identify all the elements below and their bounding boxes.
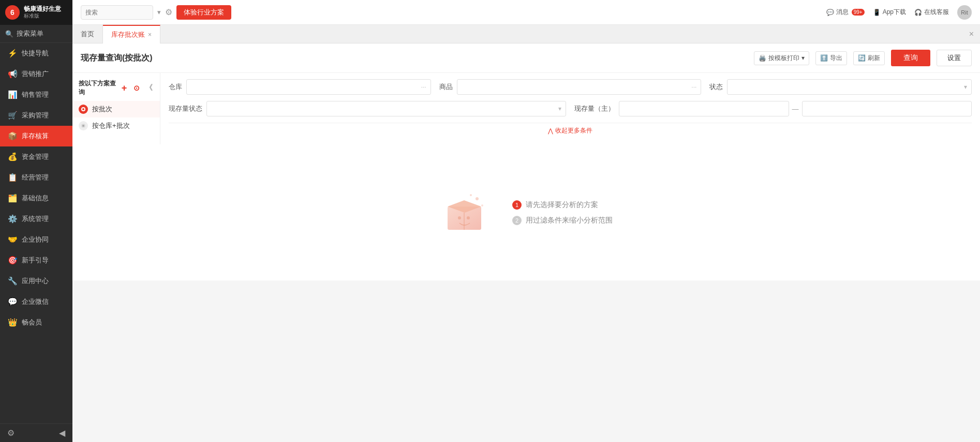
export-btn[interactable]: ⬆️ 导出 (815, 51, 847, 65)
empty-tips: 1 请先选择要分析的方案 2 用过滤条件来缩小分析范围 (512, 200, 613, 225)
empty-state: 1 请先选择要分析的方案 2 用过滤条件来缩小分析范围 (72, 144, 980, 281)
filter-field-stock-qty: 现存量（主） — (574, 101, 972, 116)
filter-row-2: 现存量状态 ▾ 现存量（主） — (169, 101, 972, 116)
tab-inventory-batch[interactable]: 库存批次账 × (103, 25, 160, 43)
app-download-icon: 📱 (873, 9, 881, 16)
topbar-right: 💬 消息 99+ 📱 App下载 🎧 在线客服 Rit (826, 5, 972, 20)
nav-label-operations: 经营管理 (22, 173, 49, 182)
stock-status-select[interactable]: ▾ (206, 101, 566, 116)
search-label: 搜索菜单 (17, 29, 43, 38)
close-all-tabs-btn[interactable]: × (963, 30, 980, 39)
svg-point-7 (476, 197, 479, 200)
nav-label-marketing: 营销推广 (22, 69, 49, 79)
nav-icon-enterprise: 🤝 (7, 234, 18, 245)
filter-add-icon[interactable]: + (120, 83, 129, 93)
sidebar-item-finance[interactable]: 💰资金管理 (0, 146, 72, 167)
online-service-label: 在线客服 (924, 8, 949, 17)
filter-row-1: 仓库 ··· 商品 ··· (169, 79, 972, 95)
sidebar-item-quick-nav[interactable]: ⚡快捷导航 (0, 43, 72, 64)
scheme-warehouse-batch[interactable]: 按仓库+批次 (72, 117, 160, 134)
page-panel: 现存量查询(按批次) 🖨️ 按模板打印 ▾ ⬆️ 导出 🔄 刷新 (72, 43, 980, 281)
sidebar-search[interactable]: 🔍 搜索菜单 (0, 25, 72, 43)
stock-qty-range: — (619, 101, 972, 116)
nav-label-sales: 销售管理 (22, 90, 49, 99)
settings-icon[interactable]: ⚙ (7, 428, 14, 438)
product-input[interactable]: ··· (457, 79, 702, 95)
sidebar-item-marketing[interactable]: 📢营销推广 (0, 64, 72, 84)
nav-label-app-center: 应用中心 (22, 276, 49, 286)
sidebar-item-basic[interactable]: 🗂️基础信息 (0, 188, 72, 209)
app-download-btn[interactable]: 📱 App下载 (873, 8, 906, 17)
user-avatar: Rit (957, 5, 972, 20)
query-btn[interactable]: 查询 (891, 50, 930, 66)
nav-icon-finance: 💰 (7, 152, 18, 162)
sidebar-item-app-center[interactable]: 🔧应用中心 (0, 271, 72, 291)
nav-icon-system: ⚙️ (7, 214, 18, 224)
settings-btn[interactable]: 设置 (937, 50, 972, 66)
nav-icon-sales: 📊 (7, 90, 18, 100)
warehouse-input[interactable]: ··· (186, 79, 431, 95)
tip1-text: 请先选择要分析的方案 (526, 200, 598, 210)
sidebar-item-sales[interactable]: 📊销售管理 (0, 84, 72, 105)
refresh-btn[interactable]: 🔄 刷新 (853, 51, 885, 65)
nav-icon-wechat: 💬 (7, 297, 18, 307)
sidebar-item-operations[interactable]: 📋经营管理 (0, 167, 72, 188)
collapse-up-icon: ⋀ (548, 127, 553, 135)
nav-label-wechat: 企业微信 (22, 297, 49, 306)
nav-label-inventory: 库存核算 (22, 131, 49, 141)
status-label: 状态 (709, 82, 723, 92)
svg-point-8 (481, 204, 483, 207)
status-select[interactable]: ▾ (727, 79, 972, 95)
nav-icon-operations: 📋 (7, 172, 18, 183)
sidebar-item-wechat[interactable]: 💬企业微信 (0, 291, 72, 312)
nav-icon-vip: 👑 (7, 317, 18, 328)
app-subtitle: 标准版 (24, 12, 61, 20)
scheme-warehouse-batch-label: 按仓库+批次 (92, 121, 130, 130)
svg-point-10 (458, 216, 461, 219)
stock-qty-min[interactable] (619, 101, 789, 116)
headset-icon: 🎧 (914, 9, 922, 16)
stock-qty-max[interactable] (802, 101, 972, 116)
messages-badge: 99+ (852, 9, 865, 16)
nav-label-finance: 资金管理 (22, 152, 49, 161)
filter-field-warehouse: 仓库 ··· (169, 79, 431, 95)
topbar-dropdown-icon[interactable]: ▾ (157, 8, 161, 16)
sidebar-item-newbie[interactable]: 🎯新手引导 (0, 250, 72, 271)
print-btn[interactable]: 🖨️ 按模板打印 ▾ (754, 51, 809, 65)
filter-sidebar-title: 按以下方案查询 (79, 79, 120, 97)
messages-btn[interactable]: 💬 消息 99+ (826, 8, 865, 17)
scheme-warehouse-batch-icon (79, 121, 88, 130)
collapse-more-btn[interactable]: ⋀ 收起更多条件 (169, 123, 972, 138)
tab-inventory-batch-close[interactable]: × (148, 31, 152, 38)
filter-field-status: 状态 ▾ (709, 79, 972, 95)
svg-point-3 (82, 125, 84, 127)
scheme-batch[interactable]: 按批次 (72, 101, 160, 117)
filter-target-icon[interactable]: ⊙ (132, 83, 141, 93)
user-avatar-btn[interactable]: Rit (957, 5, 972, 20)
sidebar-item-inventory[interactable]: 📦库存核算 (0, 126, 72, 146)
tab-home[interactable]: 首页 (72, 25, 103, 43)
filter-collapse-sidebar-icon[interactable]: 《 (144, 83, 154, 93)
online-service-btn[interactable]: 🎧 在线客服 (914, 8, 949, 17)
print-dropdown-icon[interactable]: ▾ (801, 54, 805, 62)
settings-gear-icon[interactable]: ⚙ (165, 7, 172, 17)
sidebar-header: 6 畅康通好生意 标准版 (0, 0, 72, 25)
sidebar-item-system[interactable]: ⚙️系统管理 (0, 209, 72, 229)
nav-icon-basic: 🗂️ (7, 193, 18, 203)
sidebar-item-vip[interactable]: 👑畅会员 (0, 312, 72, 333)
tip2-text: 用过滤条件来缩小分析范围 (526, 216, 613, 225)
topbar: ▾ ⚙ 体验行业方案 💬 消息 99+ 📱 App下载 🎧 在线客服 Rit (72, 0, 980, 25)
print-icon: 🖨️ (759, 54, 766, 62)
print-label: 按模板打印 (768, 54, 799, 63)
experience-btn[interactable]: 体验行业方案 (176, 5, 231, 20)
search-icon: 🔍 (5, 30, 13, 38)
collapse-icon[interactable]: ◀ (59, 428, 65, 438)
top-search-input[interactable] (81, 5, 153, 20)
nav-icon-quick-nav: ⚡ (7, 48, 18, 58)
warehouse-dots-icon: ··· (421, 83, 426, 91)
sidebar-item-purchase[interactable]: 🛒采购管理 (0, 105, 72, 126)
message-icon: 💬 (826, 9, 834, 16)
page-header: 现存量查询(按批次) 🖨️ 按模板打印 ▾ ⬆️ 导出 🔄 刷新 (72, 43, 980, 73)
sidebar-item-enterprise[interactable]: 🤝企业协同 (0, 229, 72, 250)
nav-label-system: 系统管理 (22, 214, 49, 224)
